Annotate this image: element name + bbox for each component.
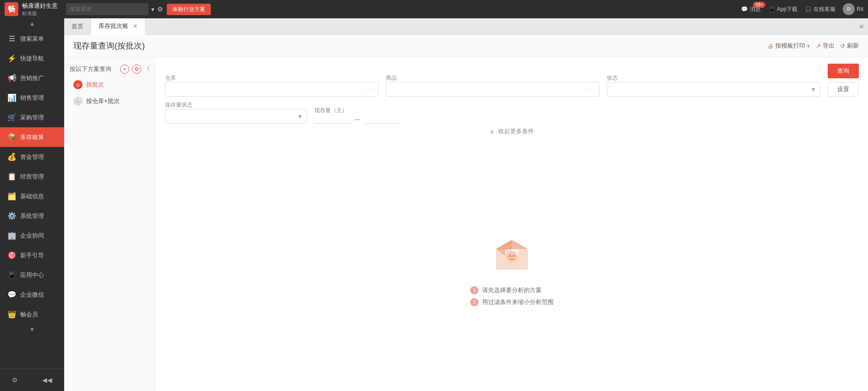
panel-collapse-icon[interactable]: 《 xyxy=(144,65,150,74)
avatar: R xyxy=(843,3,855,15)
sidebar-item-appcenter[interactable]: 📱 应用中心 xyxy=(0,265,64,285)
sidebar-item-finance[interactable]: 💰 资金管理 xyxy=(0,147,64,167)
right-content: 仓库 ··· 商品 ··· xyxy=(156,57,868,391)
print-dropdown-icon[interactable]: ▾ xyxy=(807,43,810,49)
online-service-btn[interactable]: 🎧 在线客服 xyxy=(805,5,835,13)
inventory-chevron-icon[interactable]: ▼ xyxy=(297,113,303,120)
add-plan-btn[interactable]: + xyxy=(120,65,129,74)
sidebar-collapse-icon[interactable]: ◀◀ xyxy=(39,374,55,386)
product-label: 商品 xyxy=(386,74,599,82)
sidebar-item-label: 经营管理 xyxy=(20,173,44,181)
search-dropdown-icon[interactable]: ▾ xyxy=(151,6,154,13)
sidebar-bottom: ⚙ ◀◀ xyxy=(0,369,64,391)
main-layout: ▲ ☰ 搜索菜单 ⚡ 快捷导航 📢 营销推广 📊 销售管理 🛒 采购管理 📦 库… xyxy=(0,18,868,391)
product-input[interactable] xyxy=(386,86,583,93)
settings-icon[interactable]: ⚙ xyxy=(157,5,163,13)
sidebar-item-search[interactable]: ☰ 搜索菜单 xyxy=(0,29,64,49)
refresh-icon: ↺ xyxy=(840,43,845,49)
sidebar-item-label: 资金管理 xyxy=(20,153,44,161)
sidebar-item-label: 系统管理 xyxy=(20,212,44,220)
tabbar-close-all-icon[interactable]: ✕ xyxy=(859,23,864,30)
app-title: 畅康通好生意 xyxy=(22,2,58,10)
tab-inventory-batch-label: 库存批次账 xyxy=(99,22,128,30)
svg-point-5 xyxy=(509,255,511,257)
page-actions: 🖨 按模板打印 ▾ ↗ 导出 ↺ 刷新 xyxy=(768,42,859,50)
search-input[interactable] xyxy=(66,3,148,15)
sidebar-item-basic[interactable]: 🗂️ 基础信息 xyxy=(0,186,64,206)
export-btn[interactable]: ↗ 导出 xyxy=(816,42,835,50)
sidebar-item-system[interactable]: ⚙️ 系统管理 xyxy=(0,206,64,226)
collapse-btn[interactable]: ∧ 收起更多条件 xyxy=(156,127,868,136)
quantity-to-input[interactable] xyxy=(364,114,401,124)
step-2-text: 用过滤条件来缩小分析范围 xyxy=(482,298,554,306)
empty-step-1: 1 请先选择要分析的方案 xyxy=(470,286,554,294)
sidebar-item-label: 畅会员 xyxy=(20,310,38,319)
sidebar-item-member[interactable]: 👑 畅会员 xyxy=(0,304,64,324)
plan-icon-batch: ⊙ xyxy=(73,80,82,89)
sidebar-item-label: 采购管理 xyxy=(20,114,44,122)
username: Rit xyxy=(857,6,863,12)
sidebar-item-label: 应用中心 xyxy=(20,271,44,279)
collapse-label: 收起更多条件 xyxy=(498,127,534,136)
plan-item-by-warehouse-batch[interactable]: ○ 按仓库+批次 xyxy=(64,93,155,109)
empty-state: 1 请先选择要分析的方案 2 用过滤条件来缩小分析范围 xyxy=(156,139,868,391)
sidebar-item-inventory[interactable]: 📦 库存核算 xyxy=(0,127,64,147)
sidebar-item-quicknav[interactable]: ⚡ 快捷导航 xyxy=(0,49,64,68)
app-logo: 畅 xyxy=(5,2,18,16)
sidebar-item-operations[interactable]: 📋 经营管理 xyxy=(0,167,64,186)
experience-btn[interactable]: 体验行业方案 xyxy=(167,4,211,15)
collapse-row: ∧ 收起更多条件 xyxy=(156,124,868,139)
plan-label-warehouse-batch: 按仓库+批次 xyxy=(86,97,120,105)
sidebar-item-label: 快捷导航 xyxy=(20,54,44,63)
sidebar: ▲ ☰ 搜索菜单 ⚡ 快捷导航 📢 营销推广 📊 销售管理 🛒 采购管理 📦 库… xyxy=(0,18,64,391)
quantity-from-input[interactable] xyxy=(314,114,351,124)
tab-inventory-batch[interactable]: 库存批次账 ✕ xyxy=(91,18,145,35)
app-download-label: App下载 xyxy=(777,5,797,13)
purchase-icon: 🛒 xyxy=(7,113,16,122)
tab-close-icon[interactable]: ✕ xyxy=(133,23,137,29)
plan-item-by-batch[interactable]: ⊙ 按批次 xyxy=(64,76,155,93)
topbar-right: 💬 消息 99+ 📱 App下载 🎧 在线客服 R Rit xyxy=(741,3,863,15)
message-btn[interactable]: 💬 消息 99+ xyxy=(741,5,761,13)
user-menu[interactable]: R Rit xyxy=(843,3,863,15)
warehouse-input[interactable] xyxy=(165,86,362,93)
settings-plan-icon[interactable]: ⚙ xyxy=(132,65,141,74)
sidebar-item-marketing[interactable]: 📢 营销推广 xyxy=(0,68,64,88)
sidebar-scroll-down[interactable]: ▼ xyxy=(0,324,64,335)
refresh-btn[interactable]: ↺ 刷新 xyxy=(840,42,859,50)
status-chevron-icon[interactable]: ▼ xyxy=(810,86,816,93)
status-select-wrap[interactable]: ▼ xyxy=(607,82,820,97)
query-button[interactable]: 查询 xyxy=(828,64,859,78)
enterprise-icon: 🏢 xyxy=(7,231,16,240)
plan-label-batch: 按批次 xyxy=(86,81,104,89)
sidebar-scroll-up[interactable]: ▲ xyxy=(0,18,64,29)
status-label: 状态 xyxy=(607,74,820,82)
inventory-status-wrap[interactable]: ▼ xyxy=(165,109,307,124)
search-nav-icon: ☰ xyxy=(7,34,16,43)
print-btn[interactable]: 🖨 按模板打印 ▾ xyxy=(768,42,810,50)
sidebar-item-enterprise[interactable]: 🏢 企业协同 xyxy=(0,226,64,245)
sidebar-item-wechat[interactable]: 💬 企业微信 xyxy=(0,285,64,304)
quantity-filter-group: 现存量（主） — xyxy=(314,107,456,124)
step-2-num: 2 xyxy=(470,298,478,306)
tabbar: 首页 库存批次账 ✕ ✕ xyxy=(64,18,868,35)
finance-icon: 💰 xyxy=(7,152,16,161)
basic-icon: 🗂️ xyxy=(7,192,16,201)
sidebar-item-sales[interactable]: 📊 销售管理 xyxy=(0,88,64,108)
product-dots[interactable]: ··· xyxy=(583,85,599,93)
sidebar-item-newbie[interactable]: 🎯 新手引导 xyxy=(0,245,64,265)
export-icon: ↗ xyxy=(816,43,821,49)
app-download-btn[interactable]: 📱 App下载 xyxy=(768,5,797,13)
print-label: 按模板打印 xyxy=(775,42,805,50)
member-icon: 👑 xyxy=(7,310,16,319)
settings-button[interactable]: 设置 xyxy=(828,82,859,97)
wechat-icon: 💬 xyxy=(7,290,16,299)
warehouse-dots[interactable]: ··· xyxy=(362,85,378,93)
filter-row-1: 仓库 ··· 商品 ··· xyxy=(156,57,868,97)
tab-home[interactable]: 首页 xyxy=(64,18,91,35)
sidebar-item-purchase[interactable]: 🛒 采购管理 xyxy=(0,108,64,127)
svg-point-6 xyxy=(513,255,515,257)
app-title-group: 畅康通好生意 标准版 xyxy=(22,2,58,17)
sidebar-settings-icon[interactable]: ⚙ xyxy=(9,374,21,386)
step-1-num: 1 xyxy=(470,286,478,294)
